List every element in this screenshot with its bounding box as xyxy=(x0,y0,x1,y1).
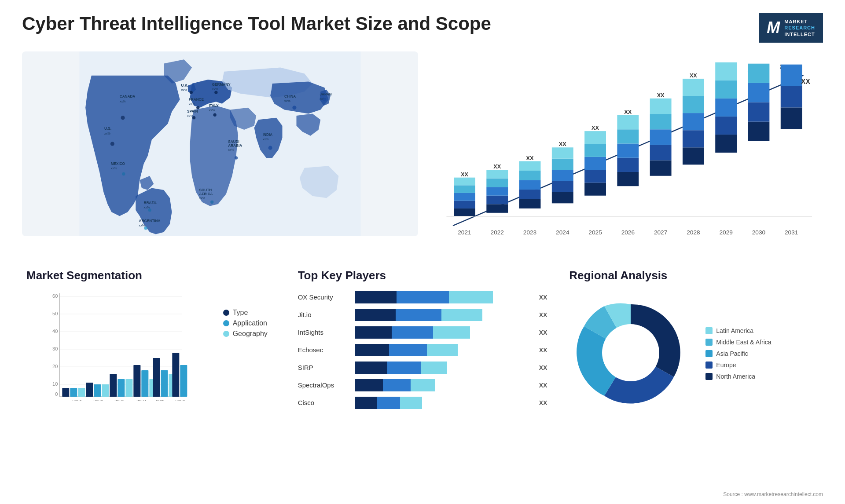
svg-text:2021: 2021 xyxy=(72,399,82,401)
svg-rect-78 xyxy=(584,131,606,144)
svg-rect-64 xyxy=(519,180,541,190)
svg-rect-153 xyxy=(141,370,148,397)
player-xx: XX xyxy=(539,382,547,389)
player-xx: XX xyxy=(539,364,547,371)
svg-rect-96 xyxy=(683,79,704,96)
svg-rect-101 xyxy=(715,80,737,99)
legend-europe: Europe xyxy=(705,362,771,369)
svg-text:2022: 2022 xyxy=(93,399,103,401)
player-name: OX Security xyxy=(298,293,351,301)
svg-point-44 xyxy=(210,201,213,204)
svg-rect-65 xyxy=(519,171,541,180)
legend-asia-pacific: Asia Pacific xyxy=(705,350,771,357)
asia-pacific-color xyxy=(705,350,713,357)
svg-rect-156 xyxy=(153,358,160,397)
svg-text:50: 50 xyxy=(52,311,58,316)
svg-text:2026: 2026 xyxy=(621,229,635,236)
header: Cyber Threat Intelligence Tool Market Si… xyxy=(22,13,823,43)
svg-text:SOUTH: SOUTH xyxy=(199,188,212,192)
svg-text:xx%: xx% xyxy=(189,102,195,106)
player-row: Cisco XX xyxy=(298,397,547,409)
svg-text:CANADA: CANADA xyxy=(120,95,136,99)
svg-rect-144 xyxy=(86,383,93,397)
logo-text: MARKETRESEARCHINTELLECT xyxy=(784,18,815,37)
svg-text:XX: XX xyxy=(493,164,501,170)
svg-point-34 xyxy=(110,142,114,146)
svg-text:ARABIA: ARABIA xyxy=(228,144,242,148)
latin-america-color xyxy=(705,327,713,334)
page-container: Cyber Threat Intelligence Tool Market Si… xyxy=(0,0,845,504)
player-name: Echosec xyxy=(298,346,351,354)
svg-rect-69 xyxy=(552,181,573,192)
europe-color xyxy=(705,362,713,369)
svg-rect-105 xyxy=(748,102,770,122)
application-label: Application xyxy=(233,319,267,327)
svg-text:AFRICA: AFRICA xyxy=(199,192,213,196)
player-row: Jit.io XX xyxy=(298,309,547,321)
bottom-grid: Market Segmentation 60 50 40 30 20 10 0 xyxy=(22,264,823,420)
svg-rect-72 xyxy=(552,147,573,158)
svg-point-36 xyxy=(148,208,151,212)
svg-point-41 xyxy=(214,91,217,94)
svg-rect-141 xyxy=(70,388,77,397)
type-dot xyxy=(223,310,229,316)
svg-rect-87 xyxy=(650,145,672,160)
svg-text:XX: XX xyxy=(801,78,810,85)
svg-text:xx%: xx% xyxy=(181,88,187,92)
svg-rect-90 xyxy=(650,99,672,114)
svg-text:30: 30 xyxy=(52,346,58,351)
svg-text:2024: 2024 xyxy=(136,399,147,401)
logo-box: M MARKETRESEARCHINTELLECT xyxy=(759,13,823,43)
svg-text:2025: 2025 xyxy=(156,399,166,401)
type-label: Type xyxy=(233,309,248,317)
svg-text:xx%: xx% xyxy=(209,108,215,112)
player-row: SIRP XX xyxy=(298,362,547,374)
svg-text:2025: 2025 xyxy=(588,229,602,236)
logo-area: M MARKETRESEARCHINTELLECT xyxy=(759,13,823,43)
svg-rect-58 xyxy=(486,187,508,196)
svg-text:xx%: xx% xyxy=(111,166,117,170)
svg-point-45 xyxy=(292,106,296,110)
player-xx: XX xyxy=(539,311,547,318)
svg-rect-142 xyxy=(78,388,85,397)
svg-rect-157 xyxy=(161,370,168,397)
svg-rect-146 xyxy=(102,384,109,397)
player-row: IntSights XX xyxy=(298,326,547,339)
svg-rect-52 xyxy=(454,193,475,201)
svg-rect-110 xyxy=(781,86,802,107)
svg-text:60: 60 xyxy=(52,293,58,299)
svg-rect-70 xyxy=(552,170,573,181)
svg-rect-53 xyxy=(454,185,475,193)
source-text: Source : www.marketresearchintellect.com xyxy=(723,491,823,497)
player-bar xyxy=(355,397,532,409)
player-row: Echosec XX xyxy=(298,344,547,356)
svg-rect-81 xyxy=(617,158,639,172)
svg-point-47 xyxy=(323,98,326,101)
player-bar xyxy=(355,326,532,339)
svg-text:2029: 2029 xyxy=(719,229,732,236)
world-map: CANADA xx% U.S. xx% MEXICO xx% BRAZIL xx… xyxy=(22,51,418,236)
svg-rect-145 xyxy=(94,384,101,397)
svg-rect-82 xyxy=(617,143,639,157)
svg-rect-83 xyxy=(617,129,639,143)
svg-rect-89 xyxy=(650,114,672,129)
player-xx: XX xyxy=(539,294,547,301)
svg-rect-160 xyxy=(172,353,179,397)
seg-legend: Type Application Geography xyxy=(223,309,276,338)
svg-text:INDIA: INDIA xyxy=(263,133,272,137)
svg-text:XX: XX xyxy=(624,109,632,115)
svg-rect-68 xyxy=(552,192,573,203)
svg-rect-161 xyxy=(180,365,187,397)
svg-point-46 xyxy=(268,146,272,150)
svg-text:MEXICO: MEXICO xyxy=(111,162,125,166)
svg-text:2023: 2023 xyxy=(114,399,125,401)
svg-rect-111 xyxy=(781,65,802,86)
svg-rect-50 xyxy=(454,208,475,216)
svg-text:2031: 2031 xyxy=(785,229,798,236)
player-bar xyxy=(355,291,532,303)
svg-point-37 xyxy=(144,226,147,230)
svg-text:U.S.: U.S. xyxy=(104,127,111,131)
svg-text:U.K.: U.K. xyxy=(181,84,188,88)
legend-geography: Geography xyxy=(223,330,276,338)
svg-rect-54 xyxy=(454,178,475,186)
